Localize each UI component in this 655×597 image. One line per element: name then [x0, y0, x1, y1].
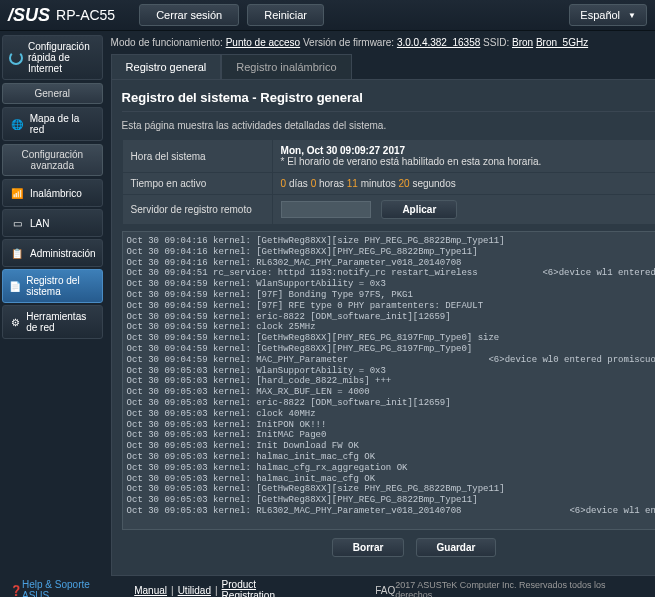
log-icon: 📄 [9, 278, 21, 294]
firmware-link[interactable]: 3.0.0.4.382_16358 [397, 37, 480, 48]
ssid2-link[interactable]: Bron_5GHz [536, 37, 588, 48]
wifi-icon: 📶 [9, 185, 25, 201]
map-icon: 🌐 [9, 116, 25, 132]
apply-button[interactable]: Aplicar [381, 200, 457, 219]
log-textarea[interactable]: Oct 30 09:04:16 kernel: [GetHwReg88XX][s… [122, 231, 655, 530]
panel-title: Registro del sistema - Registro general [122, 90, 655, 112]
faq-link[interactable]: FAQ [375, 585, 395, 596]
system-time-value: Mon, Oct 30 09:09:27 2017 [281, 145, 406, 156]
info-bar: Modo de funcionamiento: Punto de acceso … [111, 35, 655, 54]
product-reg-link[interactable]: Product Registration [222, 579, 312, 597]
info-table: Hora del sistema Mon, Oct 30 09:09:27 20… [122, 139, 655, 225]
logout-button[interactable]: Cerrar sesión [139, 4, 239, 26]
language-dropdown[interactable]: Español [569, 4, 647, 26]
header: /SUS RP-AC55 Cerrar sesión Reiniciar Esp… [0, 0, 655, 31]
lan-icon: ▭ [9, 215, 25, 231]
op-mode-link[interactable]: Punto de acceso [226, 37, 301, 48]
nav-group-advanced: Configuración avanzada [2, 144, 103, 176]
ssid1-link[interactable]: Bron [512, 37, 533, 48]
label-uptime: Tiempo en activo [122, 173, 272, 195]
dst-note: * El horario de verano está habilitado e… [281, 156, 542, 167]
globe-icon [9, 50, 23, 66]
sidebar: Configuración rápida de Internet General… [0, 31, 105, 576]
gear-icon: ⚙ [9, 314, 21, 330]
nav-admin[interactable]: 📋 Administración [2, 239, 103, 267]
save-button[interactable]: Guardar [416, 538, 497, 557]
nav-system-log[interactable]: 📄 Registro del sistema [2, 269, 103, 303]
label-remote-log: Servidor de registro remoto [122, 195, 272, 225]
nav-lan[interactable]: ▭ LAN [2, 209, 103, 237]
log-panel: Registro del sistema - Registro general … [111, 80, 655, 576]
brand-logo: /SUS [8, 5, 50, 26]
clear-button[interactable]: Borrar [332, 538, 405, 557]
remote-log-input[interactable] [281, 201, 371, 218]
nav-group-general: General [2, 83, 103, 104]
manual-link[interactable]: Manual [134, 585, 167, 596]
tab-general-log[interactable]: Registro general [111, 54, 222, 79]
nav-wireless[interactable]: 📶 Inalámbrico [2, 179, 103, 207]
model-name: RP-AC55 [56, 7, 115, 23]
uptime-value: 0 días 0 horas 11 minutos 20 segundos [272, 173, 655, 195]
reboot-button[interactable]: Reiniciar [247, 4, 324, 26]
tab-wireless-log[interactable]: Registro inalámbrico [221, 54, 351, 79]
nav-network-tools[interactable]: ⚙ Herramientas de red [2, 305, 103, 339]
help-link[interactable]: ❓ Help & Soporte ASUS [10, 579, 118, 597]
admin-icon: 📋 [9, 245, 25, 261]
panel-desc: Esta página muestra las actividades deta… [122, 120, 655, 131]
label-system-time: Hora del sistema [122, 140, 272, 173]
utility-link[interactable]: Utilidad [178, 585, 211, 596]
nav-quick-setup[interactable]: Configuración rápida de Internet [2, 35, 103, 80]
footer: ❓ Help & Soporte ASUS Manual | Utilidad … [0, 576, 655, 597]
nav-network-map[interactable]: 🌐 Mapa de la red [2, 107, 103, 141]
copyright: 2017 ASUSTeK Computer Inc. Reservados to… [395, 580, 645, 597]
main-content: Modo de funcionamiento: Punto de acceso … [105, 31, 655, 576]
tabs: Registro general Registro inalámbrico [111, 54, 655, 80]
